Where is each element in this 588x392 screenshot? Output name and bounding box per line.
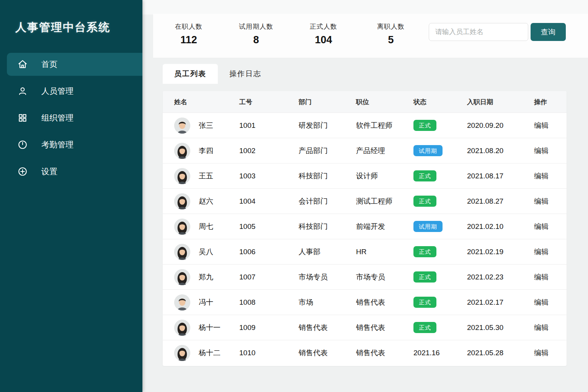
col-header-0: 姓名: [163, 98, 239, 106]
table-header: 姓名工号部门职位状态入职日期操作: [163, 91, 567, 113]
employee-position: 销售代表: [356, 348, 413, 358]
home-icon: [18, 59, 28, 69]
table-row: 杨十一1009销售代表销售代表正式2021.05.30编辑: [163, 315, 567, 340]
employee-position: 产品经理: [356, 146, 413, 156]
employee-id: 1008: [239, 298, 299, 307]
tab-0[interactable]: 员工列表: [163, 64, 218, 84]
employee-dept: 会计部门: [299, 196, 356, 206]
status-badge: 正式: [413, 170, 436, 181]
stat-value: 112: [155, 34, 222, 46]
stat-label: 正式人数: [290, 22, 357, 31]
hire-date: 2021.02.17: [467, 298, 534, 307]
sidebar-item-3[interactable]: 考勤管理: [7, 133, 142, 156]
table-row: 李四1002产品部门产品经理试用期2021.08.20编辑: [163, 138, 567, 163]
employee-name: 赵六: [199, 196, 213, 206]
avatar: [174, 219, 190, 235]
col-header-4: 状态: [413, 98, 467, 106]
edit-button[interactable]: 编辑: [534, 147, 549, 155]
employee-name: 周七: [199, 222, 213, 232]
edit-button[interactable]: 编辑: [534, 248, 549, 256]
employee-dept: 销售代表: [299, 323, 356, 333]
employee-id: 1003: [239, 172, 299, 180]
employee-dept: 市场: [299, 297, 356, 307]
avatar: [174, 118, 190, 134]
grid-icon: [18, 113, 28, 123]
hire-date: 2021.02.19: [467, 248, 534, 256]
sidebar-item-label: 首页: [41, 59, 57, 70]
stat-value: 8: [222, 34, 290, 46]
table-row: 周七1005科技部门前端开发试用期2021.02.10编辑: [163, 214, 567, 239]
employee-name: 张三: [199, 121, 213, 131]
employee-id: 1007: [239, 273, 299, 281]
avatar: [174, 269, 190, 285]
edit-button[interactable]: 编辑: [534, 323, 549, 332]
edit-button[interactable]: 编辑: [534, 298, 549, 306]
stat-value: 5: [357, 34, 425, 46]
employee-position: 测试工程师: [356, 196, 413, 206]
tab-1[interactable]: 操作日志: [218, 64, 273, 84]
employee-position: 软件工程师: [356, 121, 413, 131]
stat-label: 离职人数: [357, 22, 425, 31]
search-button[interactable]: 查询: [531, 23, 566, 41]
status-badge: 试用期: [413, 145, 443, 156]
table-row: 郑九1007市场专员市场专员正式2021.02.23编辑: [163, 264, 567, 289]
hire-date: 2021.05.28: [467, 349, 534, 357]
clock-icon: [18, 140, 28, 150]
employee-id: 1002: [239, 147, 299, 155]
employee-position: 设计师: [356, 171, 413, 181]
stat-card-1: 试用期人数8: [222, 14, 290, 58]
search-input[interactable]: [429, 23, 528, 41]
table-row: 张三1001研发部门软件工程师正式2020.09.20编辑: [163, 113, 567, 138]
edit-button[interactable]: 编辑: [534, 222, 549, 230]
stat-label: 在职人数: [155, 22, 222, 31]
table-row: 冯十1008市场销售代表正式2021.02.17编辑: [163, 289, 567, 315]
sidebar-item-1[interactable]: 人员管理: [7, 80, 142, 103]
status-badge: 正式: [413, 271, 436, 283]
edit-button[interactable]: 编辑: [534, 197, 549, 205]
hire-date: 2021.08.20: [467, 147, 534, 155]
employee-id: 1006: [239, 248, 299, 256]
tab-bar: 员工列表操作日志: [163, 64, 273, 84]
employee-name: 冯十: [199, 297, 213, 307]
hire-date: 2021.02.23: [467, 273, 534, 281]
edit-button[interactable]: 编辑: [534, 172, 549, 180]
user-icon: [18, 86, 28, 96]
status-badge: 正式: [413, 297, 436, 308]
col-header-1: 工号: [239, 98, 299, 106]
stats-row: 在职人数112试用期人数8正式人数104离职人数5: [155, 14, 425, 58]
employee-id: 1009: [239, 323, 299, 332]
col-header-2: 部门: [299, 98, 356, 106]
edit-button[interactable]: 编辑: [534, 349, 549, 357]
avatar: [174, 345, 190, 361]
edit-button[interactable]: 编辑: [534, 273, 549, 281]
employee-name: 吴八: [199, 247, 213, 257]
settings-icon: [18, 167, 28, 176]
employee-dept: 产品部门: [299, 146, 356, 156]
hire-date: 2021.02.10: [467, 222, 534, 231]
employee-dept: 市场专员: [299, 272, 356, 282]
avatar: [174, 244, 190, 260]
employee-position: 前端开发: [356, 222, 413, 232]
employee-name: 王五: [199, 171, 213, 181]
employee-table: 姓名工号部门职位状态入职日期操作 张三1001研发部门软件工程师正式2020.0…: [163, 91, 567, 366]
employee-dept: 科技部门: [299, 222, 356, 232]
status-badge: 正式: [413, 322, 436, 333]
status-badge: 正式: [413, 196, 436, 207]
sidebar-item-2[interactable]: 组织管理: [7, 106, 142, 129]
col-header-5: 入职日期: [467, 98, 534, 106]
sidebar-item-4[interactable]: 设置: [7, 160, 142, 183]
stat-card-2: 正式人数104: [290, 14, 357, 58]
avatar: [174, 294, 190, 310]
edit-button[interactable]: 编辑: [534, 121, 549, 129]
table-row: 杨十二1010销售代表销售代表2021.162021.05.28编辑: [163, 340, 567, 365]
employee-position: HR: [356, 248, 413, 256]
sidebar-item-0[interactable]: 首页: [7, 53, 142, 76]
employee-id: 1010: [239, 349, 299, 357]
employee-position: 销售代表: [356, 323, 413, 333]
avatar: [174, 320, 190, 336]
sidebar-item-label: 设置: [41, 166, 57, 177]
employee-id: 1001: [239, 121, 299, 130]
stat-card-3: 离职人数5: [357, 14, 425, 58]
status-badge: 试用期: [413, 221, 443, 232]
search-box: 查询: [429, 23, 566, 41]
